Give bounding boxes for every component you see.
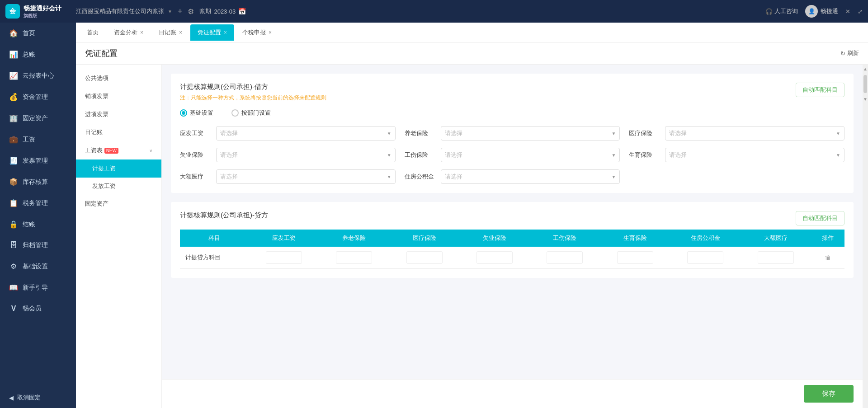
gongshang-chevron-icon: ▼ bbox=[611, 153, 616, 158]
left-nav-purchase-invoice[interactable]: 进项发票 bbox=[76, 105, 161, 123]
row-subject-label: 计提贷方科目 bbox=[180, 247, 249, 269]
tab-close-funds-analysis[interactable]: × bbox=[140, 29, 143, 36]
left-nav-salary-table[interactable]: 工资表 NEW ∨ bbox=[76, 141, 161, 159]
row-yiliao-cell[interactable] bbox=[389, 247, 459, 269]
sidebar-item-archive[interactable]: 🗄 归档管理 bbox=[0, 235, 76, 256]
left-nav-fixed-assets[interactable]: 固定资产 bbox=[76, 195, 161, 213]
row-gongshang-input[interactable] bbox=[547, 251, 583, 264]
col-zhufang: 住房公积金 bbox=[670, 230, 741, 247]
zhufang-select[interactable]: 请选择 ▼ bbox=[441, 169, 620, 184]
sidebar-item-inventory[interactable]: 📦 库存核算 bbox=[0, 171, 76, 192]
form-item-zhufang: 住房公积金 请选择 ▼ bbox=[405, 169, 620, 184]
tab-tax-report[interactable]: 个税申报 × bbox=[235, 24, 279, 41]
row-yanglao-cell[interactable] bbox=[319, 247, 389, 269]
radio-dept-circle bbox=[231, 109, 239, 117]
debit-section: 计提核算规则(公司承担)-借方 注：只能选择一种方式，系统将按照您当前的选择来配… bbox=[171, 74, 854, 193]
gongshang-select[interactable]: 请选择 ▼ bbox=[441, 148, 620, 162]
form-item-daeji: 大额医疗 请选择 ▼ bbox=[180, 169, 396, 184]
sidebar-item-salary[interactable]: 💼 工资 bbox=[0, 129, 76, 150]
scroll-down-icon[interactable]: ▼ bbox=[863, 95, 868, 103]
row-daeji-input[interactable] bbox=[758, 251, 794, 264]
credit-auto-match-button[interactable]: 自动匹配科目 bbox=[796, 211, 844, 225]
row-shengyu-cell[interactable] bbox=[600, 247, 670, 269]
right-scrollbar[interactable]: ▲ ▼ bbox=[863, 65, 868, 408]
left-nav-public[interactable]: 公共选项 bbox=[76, 69, 161, 87]
add-tab-button[interactable]: + bbox=[178, 7, 183, 16]
row-shiye-cell[interactable] bbox=[459, 247, 529, 269]
sidebar-label-settings: 基础设置 bbox=[23, 263, 48, 271]
refresh-button[interactable]: ↻ 刷新 bbox=[840, 49, 859, 57]
sidebar-item-home[interactable]: 🏠 首页 bbox=[0, 23, 76, 44]
sidebar-item-closing[interactable]: 🔒 结账 bbox=[0, 214, 76, 235]
table-header-row: 科目 应发工资 养老保险 医疗保险 失业保险 工伤保险 生育保险 住房公积金 大 bbox=[180, 230, 844, 247]
user-menu[interactable]: 👤 畅捷通 bbox=[805, 5, 838, 18]
yingfa-chevron-icon: ▼ bbox=[387, 131, 392, 136]
scroll-thumb[interactable] bbox=[863, 75, 867, 93]
tab-funds-analysis[interactable]: 资金分析 × bbox=[107, 24, 151, 41]
shengyu-select[interactable]: 请选择 ▼ bbox=[665, 148, 844, 162]
left-nav-calc-salary[interactable]: 计提工资 bbox=[76, 159, 161, 178]
sidebar-item-settings[interactable]: ⚙ 基础设置 bbox=[0, 256, 76, 277]
settings-icon[interactable]: ⚙ bbox=[188, 7, 194, 16]
sidebar-item-guide[interactable]: 📖 新手引导 bbox=[0, 277, 76, 298]
row-shengyu-input[interactable] bbox=[617, 251, 653, 264]
refresh-icon: ↻ bbox=[840, 50, 845, 57]
calendar-icon[interactable]: 📅 bbox=[238, 8, 246, 15]
shiye-select[interactable]: 请选择 ▼ bbox=[216, 148, 396, 162]
expand-window-icon[interactable]: ⤢ bbox=[858, 8, 863, 15]
radio-basic[interactable]: 基础设置 bbox=[180, 109, 213, 117]
radio-by-dept[interactable]: 按部门设置 bbox=[231, 109, 271, 117]
left-nav-sales-invoice[interactable]: 销项发票 bbox=[76, 87, 161, 105]
closing-icon: 🔒 bbox=[9, 220, 18, 229]
tab-close-tax-report[interactable]: × bbox=[269, 29, 272, 36]
row-shiye-input[interactable] bbox=[476, 251, 513, 264]
tab-diary[interactable]: 日记账 × bbox=[151, 24, 189, 41]
delete-row-icon[interactable]: 🗑 bbox=[825, 254, 831, 261]
sidebar-item-reports[interactable]: 📈 云报表中心 bbox=[0, 65, 76, 86]
period-selector[interactable]: 账期 2023-03 📅 bbox=[199, 7, 246, 15]
cancel-fix-button[interactable]: ◀ 取消固定 bbox=[0, 387, 76, 408]
avatar: 👤 bbox=[805, 5, 818, 18]
tab-close-diary[interactable]: × bbox=[179, 29, 182, 36]
sidebar-item-assets[interactable]: 🏢 固定资产 bbox=[0, 108, 76, 129]
invoice-icon: 🧾 bbox=[9, 156, 18, 165]
service-button[interactable]: 🎧 人工咨询 bbox=[765, 7, 798, 15]
credit-section-title: 计提核算规则(公司承担)-贷方 bbox=[180, 211, 844, 220]
left-nav-diary[interactable]: 日记账 bbox=[76, 123, 161, 141]
row-zhufang-cell[interactable] bbox=[670, 247, 741, 269]
daeji-select[interactable]: 请选择 ▼ bbox=[216, 169, 396, 184]
archive-icon: 🗄 bbox=[9, 241, 18, 249]
zhufang-chevron-icon: ▼ bbox=[611, 174, 616, 179]
sidebar-item-vip[interactable]: V 畅会员 bbox=[0, 298, 76, 319]
headset-icon: 🎧 bbox=[765, 8, 773, 15]
topbar-right: 🎧 人工咨询 👤 畅捷通 ✕ ⤢ bbox=[765, 5, 863, 18]
topbar: 会 畅捷通好会计 旗舰版 江西服宝精品有限责任公司内账张 ▼ + ⚙ 账期 20… bbox=[0, 0, 868, 23]
row-yanglao-input[interactable] bbox=[336, 251, 372, 264]
row-gongshang-cell[interactable] bbox=[530, 247, 600, 269]
row-zhufang-input[interactable] bbox=[687, 251, 723, 264]
expand-chevron-icon: ∨ bbox=[149, 148, 152, 153]
sidebar-item-funds[interactable]: 💰 资金管理 bbox=[0, 86, 76, 108]
yanglao-select[interactable]: 请选择 ▼ bbox=[441, 126, 620, 141]
row-action-cell[interactable]: 🗑 bbox=[811, 247, 844, 269]
save-button[interactable]: 保存 bbox=[804, 385, 854, 403]
row-yiliao-input[interactable] bbox=[406, 251, 443, 264]
yingfa-select[interactable]: 请选择 ▼ bbox=[216, 126, 396, 141]
col-action: 操作 bbox=[811, 230, 844, 247]
form-item-shiye: 失业保险 请选择 ▼ bbox=[180, 148, 396, 162]
sidebar-item-invoice[interactable]: 🧾 发票管理 bbox=[0, 150, 76, 171]
row-yingfa-cell[interactable] bbox=[249, 247, 319, 269]
sidebar-item-tax[interactable]: 📋 税务管理 bbox=[0, 192, 76, 214]
row-daeji-cell[interactable] bbox=[741, 247, 811, 269]
close-window-icon[interactable]: ✕ bbox=[845, 8, 850, 15]
tab-home[interactable]: 首页 bbox=[80, 24, 106, 41]
row-yingfa-input[interactable] bbox=[266, 251, 302, 264]
company-selector[interactable]: 江西服宝精品有限责任公司内账张 ▼ bbox=[76, 7, 172, 15]
left-nav-pay-salary[interactable]: 发放工资 bbox=[76, 178, 161, 195]
sidebar-item-ledger[interactable]: 📊 总账 bbox=[0, 44, 76, 65]
scroll-up-icon[interactable]: ▲ bbox=[863, 65, 868, 73]
yiliao-select[interactable]: 请选择 ▼ bbox=[665, 126, 844, 141]
tab-close-voucher-config[interactable]: × bbox=[224, 29, 227, 36]
debit-auto-match-button[interactable]: 自动匹配科目 bbox=[796, 83, 844, 97]
tab-voucher-config[interactable]: 凭证配置 × bbox=[190, 24, 234, 41]
